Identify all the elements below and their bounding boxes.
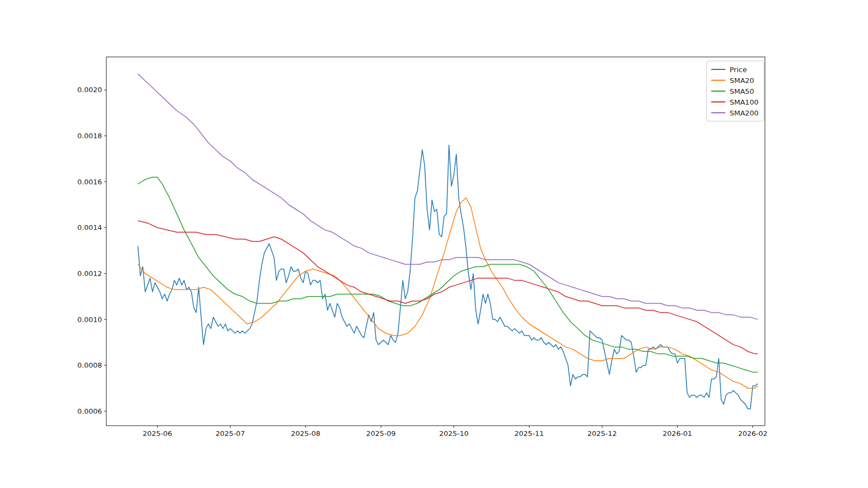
legend-label: SMA100 [730, 98, 758, 106]
legend: PriceSMA20SMA50SMA100SMA200 [706, 61, 764, 121]
y-tick-label: 0.0010 [78, 316, 103, 324]
legend-label: SMA20 [730, 76, 754, 85]
legend-line-price-icon [711, 69, 725, 70]
legend-item-sma200: SMA200 [711, 107, 758, 118]
legend-line-sma200-icon [711, 112, 725, 113]
sma200-line [138, 74, 757, 319]
x-tick-label: 2025-09 [366, 429, 395, 438]
x-tick-label: 2026-02 [738, 429, 767, 438]
sma50-line [138, 177, 757, 373]
x-tick-label: 2026-01 [663, 429, 692, 438]
legend-item-price: Price [711, 64, 758, 75]
price-line [138, 145, 757, 409]
x-tick-label: 2025-06 [143, 429, 172, 438]
y-tick-label: 0.0008 [78, 361, 103, 369]
y-axis: 0.00060.00080.00100.00120.00140.00160.00… [78, 86, 107, 415]
legend-line-sma20-icon [711, 80, 725, 81]
x-tick-label: 2025-07 [215, 429, 245, 438]
y-tick-label: 0.0012 [78, 269, 103, 278]
legend-label: SMA50 [730, 87, 754, 95]
legend-line-sma100-icon [711, 101, 725, 102]
legend-item-sma100: SMA100 [711, 97, 758, 107]
x-tick-label: 2025-12 [588, 429, 617, 438]
x-axis: 2025-062025-072025-082025-092025-102025-… [143, 426, 768, 438]
plot-frame [106, 57, 765, 426]
y-tick-label: 0.0006 [78, 407, 103, 415]
x-tick-label: 2025-10 [439, 429, 468, 438]
legend-label: Price [730, 66, 747, 74]
legend-item-sma20: SMA20 [711, 75, 758, 86]
x-tick-label: 2025-08 [291, 429, 320, 438]
y-tick-label: 0.0014 [78, 223, 103, 232]
figure: 2025-062025-072025-082025-092025-102025-… [0, 0, 868, 488]
y-tick-label: 0.0020 [78, 86, 103, 94]
y-tick-label: 0.0016 [78, 178, 103, 186]
x-tick-label: 2025-11 [514, 429, 544, 438]
legend-label: SMA200 [730, 109, 758, 117]
sma20-line [138, 198, 757, 388]
legend-line-sma50-icon [711, 91, 725, 92]
legend-item-sma50: SMA50 [711, 86, 758, 97]
y-tick-label: 0.0018 [78, 132, 103, 140]
